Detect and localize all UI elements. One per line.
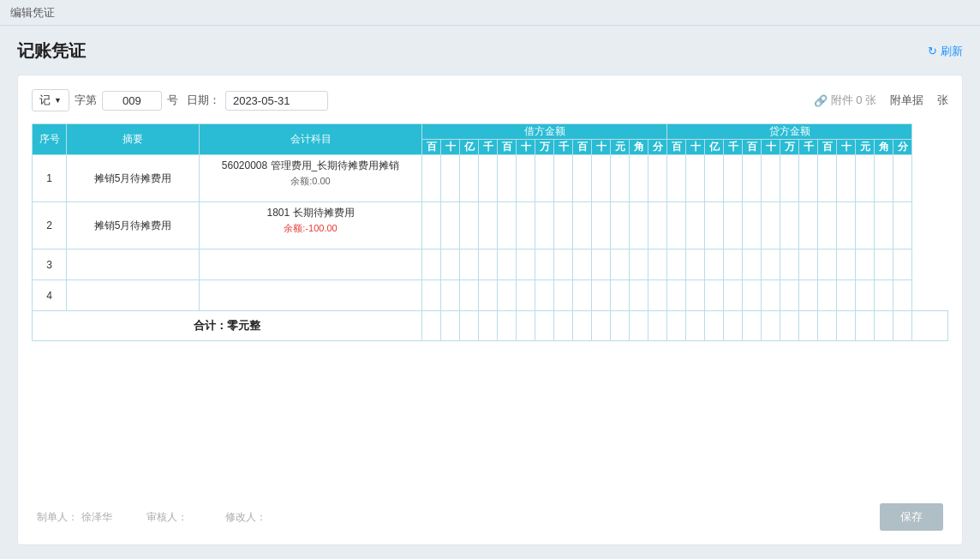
voucher-card: 记 ▼ 字第 号 日期： 🔗 附件 0 张 附单据 xyxy=(17,75,963,545)
main-content: 记账凭证 ↻ 刷新 记 ▼ 字第 号 日期： xyxy=(0,26,980,559)
maker-field: 制单人： 徐泽华 xyxy=(37,510,112,525)
modifier-label: 修改人： xyxy=(225,510,266,525)
save-button[interactable]: 保存 xyxy=(880,503,943,531)
th-seq: 序号 xyxy=(33,124,67,155)
row2-account[interactable]: 1801 长期待摊费用 余额:-100.00 xyxy=(200,202,422,249)
refresh-icon: ↻ xyxy=(928,45,937,57)
debit-d4: 千 xyxy=(479,140,498,155)
attachment-link[interactable]: 🔗 附件 0 张 xyxy=(814,93,876,108)
total-label: 合计：零元整 xyxy=(33,311,422,341)
row4-seq: 4 xyxy=(33,280,67,311)
th-account: 会计科目 xyxy=(200,124,422,155)
credit-d2: 十 xyxy=(686,140,705,155)
maker-name: 徐泽华 xyxy=(81,510,112,525)
refresh-label: 刷新 xyxy=(941,44,963,59)
reviewer-label: 审核人： xyxy=(146,510,188,525)
debit-d10: 十 xyxy=(592,140,611,155)
window: 编辑凭证 记账凭证 ↻ 刷新 记 ▼ 字第 号 xyxy=(0,0,980,559)
credit-d12: 角 xyxy=(875,140,893,155)
maker-label: 制单人： xyxy=(37,510,78,525)
row4-account[interactable] xyxy=(200,280,422,311)
debit-d11: 元 xyxy=(611,140,630,155)
reviewer-field: 审核人： xyxy=(146,510,191,525)
prefix-label: 记 xyxy=(39,93,51,108)
debit-d6: 十 xyxy=(517,140,535,155)
zidi-label: 字第 xyxy=(75,93,97,108)
debit-d3: 亿 xyxy=(460,140,479,155)
row3-seq: 3 xyxy=(33,249,67,280)
table-row: 4 xyxy=(33,280,948,311)
credit-d8: 千 xyxy=(799,140,818,155)
dropdown-arrow-icon: ▼ xyxy=(54,96,62,105)
row2-summary[interactable]: 摊销5月待摊费用 xyxy=(67,202,200,249)
page-header: 记账凭证 ↻ 刷新 xyxy=(17,39,963,63)
date-input[interactable] xyxy=(225,91,328,111)
header-right: 🔗 附件 0 张 附单据 张 xyxy=(814,93,948,108)
credit-d7: 万 xyxy=(780,140,799,155)
row1-credit-1[interactable] xyxy=(667,155,686,202)
title-bar: 编辑凭证 xyxy=(0,0,980,26)
credit-d3: 亿 xyxy=(705,140,724,155)
total-row: 合计：零元整 xyxy=(33,311,948,341)
date-group: 日期： xyxy=(187,91,328,111)
hao-label: 号 xyxy=(167,93,178,108)
row3-summary[interactable] xyxy=(67,249,200,280)
voucher-header: 记 ▼ 字第 号 日期： 🔗 附件 0 张 附单据 xyxy=(32,89,948,111)
credit-d1: 百 xyxy=(667,140,686,155)
table-container: 序号 摘要 会计科目 借方金额 贷方金额 百 十 亿 千 百 xyxy=(32,123,948,495)
debit-d9: 百 xyxy=(573,140,592,155)
debit-d8: 千 xyxy=(554,140,573,155)
refresh-button[interactable]: ↻ 刷新 xyxy=(928,44,963,59)
date-label: 日期： xyxy=(187,93,220,108)
row2-credit-1[interactable] xyxy=(667,202,686,249)
footer-row: 制单人： 徐泽华 审核人： 修改人： 保存 xyxy=(32,495,948,531)
attachment-icon: 🔗 xyxy=(814,94,828,107)
zhang-label: 张 xyxy=(937,93,948,108)
credit-d13: 分 xyxy=(893,140,912,155)
prefix-dropdown[interactable]: 记 ▼ xyxy=(32,89,69,111)
row2-seq: 2 xyxy=(33,202,67,249)
th-credit: 贷方金额 xyxy=(667,124,912,140)
modifier-field: 修改人： xyxy=(225,510,270,525)
th-debit: 借方金额 xyxy=(422,124,667,140)
debit-d13: 分 xyxy=(648,140,667,155)
table-row: 1 摊销5月待摊费用 56020008 管理费用_长期待摊费用摊销 余额:0.0… xyxy=(33,155,948,202)
table-row: 2 摊销5月待摊费用 1801 长期待摊费用 余额:-100.00 xyxy=(33,202,948,249)
credit-d6: 十 xyxy=(762,140,780,155)
debit-d12: 角 xyxy=(630,140,648,155)
row1-debit-1[interactable] xyxy=(422,155,441,202)
th-summary: 摘要 xyxy=(67,124,200,155)
credit-d10: 十 xyxy=(837,140,856,155)
credit-d4: 千 xyxy=(724,140,743,155)
debit-d5: 百 xyxy=(498,140,517,155)
row2-debit-1[interactable] xyxy=(422,202,441,249)
prefix-group: 记 ▼ 字第 号 xyxy=(32,89,178,111)
attachment-label: 附件 0 张 xyxy=(831,93,876,108)
credit-d11: 元 xyxy=(856,140,875,155)
credit-d9: 百 xyxy=(818,140,837,155)
window-title: 编辑凭证 xyxy=(10,5,55,21)
row4-summary[interactable] xyxy=(67,280,200,311)
row1-seq: 1 xyxy=(33,155,67,202)
voucher-table: 序号 摘要 会计科目 借方金额 贷方金额 百 十 亿 千 百 xyxy=(32,123,948,341)
row1-account[interactable]: 56020008 管理费用_长期待摊费用摊销 余额:0.00 xyxy=(200,155,422,202)
credit-d5: 百 xyxy=(743,140,762,155)
debit-d7: 万 xyxy=(535,140,554,155)
debit-d2: 十 xyxy=(441,140,460,155)
table-row: 3 xyxy=(33,249,948,280)
debit-d1: 百 xyxy=(422,140,441,155)
row1-summary[interactable]: 摊销5月待摊费用 xyxy=(67,155,200,202)
voucher-number-input[interactable] xyxy=(102,91,162,111)
attach-single-button[interactable]: 附单据 xyxy=(890,93,923,108)
page-title: 记账凭证 xyxy=(17,39,86,63)
row3-account[interactable] xyxy=(200,249,422,280)
